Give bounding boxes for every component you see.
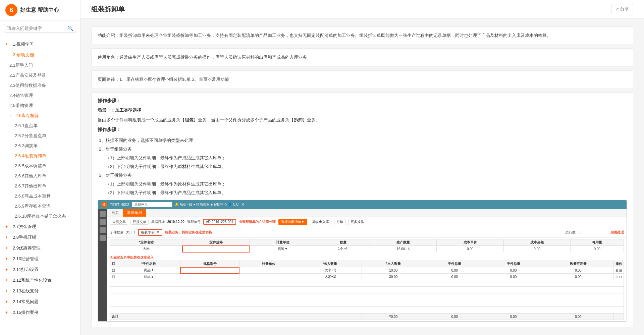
- expand-icon: +: [5, 42, 10, 47]
- sidebar-item-label: 2.9优惠券管理: [13, 245, 41, 251]
- ss-annotation3: 启用处理: [610, 230, 624, 235]
- main-area: 组装拆卸单 ↗ 分享 功能介绍：组装拆卸单用来处理企业组装或拆卸等加工业务，支持…: [80, 0, 644, 335]
- page-title: 组装拆卸单: [91, 5, 125, 14]
- ss-th2-7: 数量可用量: [543, 261, 613, 267]
- ss-btn-select-assembly[interactable]: 选择装配清单▼: [278, 219, 307, 225]
- ss-td2-total1-2: 0.00: [425, 274, 484, 280]
- sidebar-sub-label: 2.1新手入门: [9, 62, 33, 68]
- search-bar[interactable]: 🔍: [0, 20, 80, 36]
- ss-empty-row-2: [110, 287, 624, 293]
- sidebar-item-2-5[interactable]: 2.5采购管理: [9, 101, 80, 111]
- role-text: 使用角色：通常由生产人员或库管人员完成拆装业务的操作，库管人员确认原材料的出库和…: [98, 55, 307, 60]
- ss-td-prod-qty: 15.00 +/-: [370, 246, 437, 252]
- sidebar-item-2-14[interactable]: + 2.14常见问题: [0, 296, 80, 307]
- ss-td2-qty1-1: (大米+1): [298, 267, 362, 274]
- ss-td2-avail-1: 0.00: [543, 267, 613, 274]
- sidebar-item-2-15[interactable]: + 2.15操作案例: [0, 307, 80, 318]
- ss-th-1: 父件规格: [182, 239, 249, 246]
- expand-icon: +: [5, 257, 10, 261]
- step1: 1、根据不同的业务，选择不同单据的类型来处理: [98, 136, 627, 145]
- sidebar-item-2-13[interactable]: + 2.13在线支付: [0, 286, 80, 296]
- sidebar-item-2-10[interactable]: + 2.10经营管理: [0, 254, 80, 264]
- ss-btn-print[interactable]: 打印: [334, 219, 345, 225]
- sidebar-item-2-1[interactable]: 2.1新手入门: [9, 60, 80, 70]
- ss-btn-more[interactable]: 更多操作: [348, 219, 366, 225]
- sidebar-sub-docs: 2.1新手入门 2.2产品安装及登录 2.3使用前数据准备 2.4销售管理 2.…: [0, 60, 80, 221]
- sidebar-item-2-6-8[interactable]: 2.6.8商品成本重算: [15, 191, 80, 201]
- search-icon[interactable]: 🔍: [67, 25, 73, 31]
- ss-th2-0: *子件名称: [117, 261, 180, 267]
- sidebar-sub-label: 2.2产品安装及登录: [9, 72, 46, 78]
- sidebar-item-2-6-9[interactable]: 2.6.9库存账本查询: [15, 201, 80, 211]
- sidebar-item-2-6-3[interactable]: 2.6.3调拨单: [15, 141, 80, 151]
- ss-footer-label: 合计: [110, 314, 362, 320]
- expand-icon: +: [5, 224, 10, 229]
- ss-footer-v3: 0.00: [484, 314, 543, 320]
- sidebar-sub-2-6: 2.6.1盘点单 2.6.2分量盘点单 2.6.3调拨单 2.6.4组装拆卸单 …: [9, 121, 80, 221]
- sidebar-item-2-6-2[interactable]: 2.6.2分量盘点单: [15, 131, 80, 141]
- step2-2: （2）下部明细为子件明细，最终作为原材料生成其它出库单。: [104, 162, 627, 171]
- ss-td2-total2-1: 0.00: [484, 267, 543, 274]
- main-header: 组装拆卸单 ↗ 分享: [80, 0, 644, 18]
- ss-td-cost: 0.00: [437, 246, 503, 252]
- ss-th-5: 成本单价: [437, 239, 503, 246]
- sidebar-item-2-6-5[interactable]: 2.6.5成本调整单: [15, 161, 80, 171]
- ss-empty-row-5: [110, 307, 624, 314]
- share-button[interactable]: ↗ 分享: [611, 4, 633, 14]
- ss-form-row: 未提交单 已提交单 单据日期 2019-12-20 装配单号 AD-201912…: [107, 217, 627, 227]
- sidebar-item-2-3[interactable]: 2.3使用前数据准备: [9, 80, 80, 91]
- sidebar-item-2-9[interactable]: + 2.9优惠券管理: [0, 243, 80, 254]
- ss-annotation1: 有装配清单的在这里处理: [239, 220, 276, 224]
- sidebar-sub-label: 2.5采购管理: [9, 103, 33, 109]
- ss-empty-row-1: [110, 280, 624, 287]
- path-text: 页面路径：1、库存核算->库存管理->组装拆卸单 2、首页->常用功能: [98, 77, 229, 82]
- search-input[interactable]: [7, 26, 67, 31]
- step3-subs: （1）上部明细为父件明细，最终作为原材料生成其它出库单； （2）下部明细为子件明…: [98, 180, 627, 197]
- search-input-wrap[interactable]: 🔍: [4, 24, 76, 33]
- sidebar-item-2-6-7[interactable]: 2.6.7其他出库单: [15, 181, 80, 191]
- sidebar-item-2-8[interactable]: + 2.8手机旺铺: [0, 232, 80, 243]
- collapse-icon-2-6: −: [9, 113, 14, 118]
- ss-td2-avail-2: 0.00: [543, 274, 613, 280]
- sidebar-item-docs[interactable]: − 2.帮助文档: [0, 50, 80, 60]
- ss-titlebar: 6 TEST-H002 店铺网址 🔔 App下载 ● 招商授权 ■ 帮助中心 👤…: [98, 200, 627, 209]
- ss-annotation4: 无固定近所中组装在这里录入: [110, 255, 624, 260]
- ss-footer-v1: ¥0.00: [362, 314, 425, 320]
- ss-tabs: 自页 新增单据: [107, 209, 627, 217]
- ss-logo: 6: [101, 202, 107, 208]
- ss-tab-home[interactable]: 自页: [107, 209, 123, 217]
- expand-icon: +: [5, 289, 10, 293]
- ss-btn-submit[interactable]: 已提交单: [130, 219, 149, 225]
- sidebar-item-2-6-1[interactable]: 2.6.1盘点单: [15, 121, 80, 131]
- ss-upper-table: *父件名称 父件规格 计量单位 数量 生产数量 成本单价 成本金额 可用量: [110, 239, 624, 253]
- ss-doc-date-label: 单据日期: [151, 220, 165, 224]
- step2-subs: （1）上部明细为父件明细，最终作为产成品生成其它入库单； （2）下部明细为子件明…: [98, 154, 627, 171]
- ss-app-label: 🔔 App下载 ● 招商授权 ■ 帮助中心 👤 C.C: [175, 202, 238, 207]
- sidebar-item-2-11[interactable]: + 2.11打印设置: [0, 264, 80, 275]
- ss-tab-new[interactable]: 新增单据: [123, 209, 146, 217]
- ss-url-bar: 店铺网址: [132, 202, 172, 207]
- ss-close-btn[interactable]: ✕: [241, 202, 245, 207]
- scenario1-desc: 当由多个子件材料组装成一个成品的业务为【组装】业务，当由一个父件拆分成多个子产品…: [98, 116, 627, 124]
- sidebar-item-label: 2.帮助文档: [13, 52, 34, 58]
- sidebar-item-video[interactable]: + 1.视频学习: [0, 39, 80, 50]
- sidebar-item-2-6-10[interactable]: 2.6.10库存账本错了怎么办: [15, 211, 80, 221]
- intro-text: 功能介绍：组装拆卸单用来处理企业组装或拆卸等加工业务，支持有固定装配清单的产品加…: [98, 33, 551, 38]
- ops-title: 操作步骤：: [98, 98, 627, 104]
- sidebar-item-2-6[interactable]: − 2.6库存核算: [9, 111, 80, 121]
- sidebar-item-2-6-4[interactable]: 2.6.4组装拆卸单: [15, 151, 80, 161]
- sidebar-item-2-2[interactable]: 2.2产品安装及登录: [9, 70, 80, 80]
- ss-td-qty: 1个 +/-: [316, 246, 370, 252]
- sidebar-item-2-12[interactable]: + 2.12系统个性化设置: [0, 275, 80, 286]
- ss-lower-table: ☐ *子件名称 规格型号 计量单位 *出入数量 *出入数量 子件总量 子件总量: [110, 261, 624, 320]
- ss-td2-total2-2: 0.00: [484, 274, 543, 280]
- sidebar-item-2-4[interactable]: 2.4销售管理: [9, 91, 80, 101]
- sidebar-item-2-7[interactable]: + 2.7资金管理: [0, 221, 80, 232]
- ss-btn-confirm[interactable]: 确认出入库: [310, 219, 331, 225]
- sidebar-item-label: 2.12系统个性化设置: [13, 277, 52, 283]
- ss-title: TEST-H002: [110, 203, 129, 207]
- ss-empty-row-3: [110, 293, 624, 300]
- sidebar-item-2-6-6[interactable]: 2.6.6其他入库单: [15, 171, 80, 181]
- ss-btn-save[interactable]: 未提交单: [110, 219, 128, 225]
- ss-td2-op-2: ⊞ ⊟: [614, 274, 624, 280]
